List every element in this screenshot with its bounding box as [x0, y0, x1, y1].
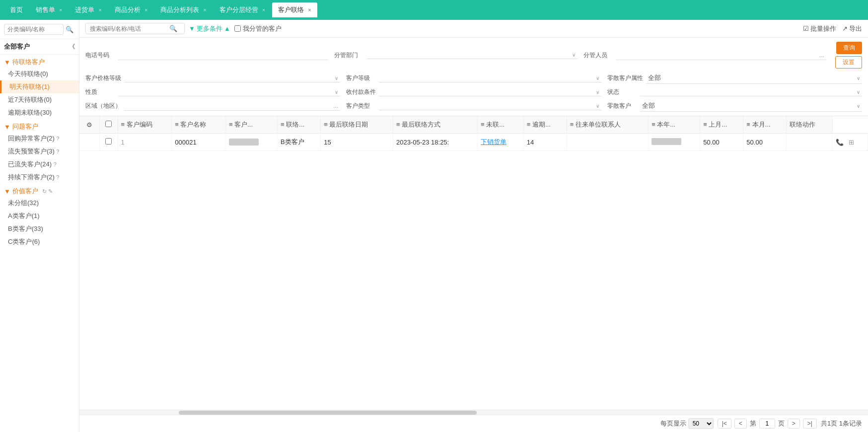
col-last-contact-method[interactable]: ≡ 最后联络方式 [393, 116, 477, 134]
chevron-down-icon: ∨ [857, 103, 860, 109]
chevron-down-icon: ∨ [335, 89, 338, 95]
set-button[interactable]: 设置 [835, 56, 862, 69]
sidebar-group-pending[interactable]: ▼ 待联络客户 [0, 55, 79, 68]
payment-select[interactable]: ∨ [379, 88, 601, 96]
sidebar-item-overdue-pending[interactable]: 逾期未联络(30) [0, 106, 79, 119]
retail-attr-select[interactable]: 全部 ∨ [646, 72, 862, 84]
my-customers-checkbox: 我分管的客户 [234, 24, 282, 33]
nav-item-purchase[interactable]: 进货单 × [69, 2, 107, 17]
sidebar-item-today-pending[interactable]: 今天待联络(0) [0, 68, 79, 80]
row-last-contact-method: 下销货单 [478, 134, 524, 151]
page-number-input[interactable] [759, 419, 775, 429]
close-icon[interactable]: × [262, 7, 265, 13]
scrollbar-thumb[interactable] [179, 411, 477, 415]
col-last-contact-date[interactable]: ≡ 最后联络日期 [321, 116, 393, 134]
search-icon[interactable]: 🔍 [169, 25, 177, 32]
nature-select[interactable]: ∨ [118, 88, 340, 96]
price-level-select[interactable]: ∨ [124, 74, 340, 82]
search-input[interactable] [90, 25, 169, 32]
nav-item-product-analysis-list[interactable]: 商品分析列表 × [154, 2, 212, 17]
close-icon[interactable]: × [203, 7, 206, 13]
sidebar-item-7days-pending[interactable]: 近7天待联络(0) [0, 93, 79, 106]
row-unit-contact [649, 134, 700, 151]
sidebar-item-churned[interactable]: 已流失客户(24) ? [0, 158, 79, 171]
col-code[interactable]: ≡ 客户编码 [118, 116, 172, 134]
filter-customer-type-field: 客户类型 ∨ [346, 102, 601, 110]
nav-item-customer-contact[interactable]: 客户联络 × [272, 2, 317, 17]
col-last-month[interactable]: ≡ 上月... [700, 116, 743, 134]
sidebar-item-a-class[interactable]: A类客户(1) [0, 210, 79, 222]
customer-type-select[interactable]: ∨ [379, 102, 601, 110]
sidebar-item-declining[interactable]: 持续下滑客户(2) ? [0, 171, 79, 184]
region-input[interactable]: ... [124, 101, 340, 111]
col-name[interactable]: ≡ 客户名称 [172, 116, 226, 134]
nav-item-product-analysis[interactable]: 商品分析 × [109, 2, 153, 17]
arrow-icon: ▼ [4, 123, 10, 131]
status-select[interactable]: ∨ [640, 88, 862, 96]
nav-item-customer-tier[interactable]: 客户分层经营 × [214, 2, 271, 17]
search-icon[interactable]: 🔍 [66, 26, 73, 33]
filter-dept-field: 分管部门 ∨ [334, 51, 577, 60]
phone-icon[interactable]: 📞 [836, 139, 844, 146]
col-unit-contact[interactable]: ≡ 往来单位联系人 [567, 116, 648, 134]
phone-input[interactable] [118, 51, 328, 60]
row-this-year: 50.00 [700, 134, 743, 151]
dept-select[interactable]: ∨ [367, 51, 577, 59]
sidebar-item-tomorrow-pending[interactable]: 明天待联络(1) [0, 80, 79, 93]
sidebar-item-b-class[interactable]: B类客户(33) [0, 222, 79, 235]
batch-operation-button[interactable]: ☑ 批量操作 [803, 24, 836, 33]
nav-item-home[interactable]: 首页 [4, 2, 29, 17]
next-page-button[interactable]: > [788, 419, 800, 429]
row-index: 1 [118, 134, 172, 151]
close-icon[interactable]: × [98, 7, 101, 13]
more-conditions-button[interactable]: ▼ 更多条件 ▲ [189, 24, 230, 33]
grid-icon[interactable]: ⊞ [849, 139, 854, 146]
close-icon[interactable]: × [145, 7, 147, 13]
horizontal-scrollbar[interactable] [79, 410, 868, 415]
row-select-checkbox[interactable] [105, 138, 112, 144]
col-customer-type[interactable]: ≡ 客户... [225, 116, 277, 134]
sidebar-group-problem[interactable]: ▼ 问题客户 [0, 119, 79, 132]
content-area: 🔍 ▼ 更多条件 ▲ 我分管的客户 ☑ 批量操作 ↗ 导出 [79, 20, 868, 432]
row-last-month: 50.00 [743, 134, 787, 151]
first-page-button[interactable]: |< [718, 419, 731, 429]
pagination-nav: |< < 第 页 > >| [718, 419, 817, 429]
col-contact[interactable]: ≡ 联络... [278, 116, 321, 134]
filter-customer-level-field: 客户等级 ∨ [346, 74, 601, 82]
col-gear[interactable]: ⚙ [79, 116, 99, 134]
filter-status-field: 状态 ∨ [607, 88, 862, 96]
sidebar-group-value[interactable]: ▼ 价值客户 ↻ ✎ [0, 184, 79, 197]
sidebar-search-input[interactable] [4, 24, 64, 35]
filter-row-2: 客户价格等级 ∨ 客户等级 ∨ 零散客户属性 全部 [85, 72, 862, 84]
close-icon[interactable]: × [308, 7, 311, 13]
filter-nature-field: 性质 ∨ [85, 88, 340, 96]
chevron-down-icon: ∨ [857, 75, 860, 81]
nav-item-sales[interactable]: 销售单 × [30, 2, 68, 17]
last-page-button[interactable]: >| [803, 419, 817, 429]
filter-payment-field: 收付款条件 ∨ [346, 88, 601, 96]
sidebar-item-churn-warning[interactable]: 流失预警客户(3) ? [0, 145, 79, 158]
col-this-year[interactable]: ≡ 本年... [649, 116, 700, 134]
advanced-filter: 电话号码 分管部门 ∨ 分管人员 ... 查询 [79, 38, 868, 116]
export-button[interactable]: ↗ 导出 [842, 24, 862, 33]
close-icon[interactable]: × [59, 7, 62, 13]
row-checkbox [99, 134, 118, 151]
sidebar-item-ungrouped[interactable]: 未分组(32) [0, 197, 79, 210]
per-page-select[interactable]: 50 100 200 [688, 418, 714, 429]
retail-customer-select[interactable]: 全部 ∨ [640, 100, 862, 112]
query-button[interactable]: 查询 [836, 42, 862, 54]
chevron-down-icon: ∨ [596, 89, 599, 95]
manager-input[interactable]: ... [616, 51, 826, 60]
col-overdue[interactable]: ≡ 逾期... [523, 116, 567, 134]
customer-level-select[interactable]: ∨ [379, 74, 601, 82]
sidebar-item-repurchase-anomaly[interactable]: 回购异常客户(2) ? [0, 132, 79, 145]
row-code: 000021 [172, 134, 226, 151]
sidebar-all-customers[interactable]: 全部客户 《 [0, 39, 79, 55]
col-not-contacted[interactable]: ≡ 未联... [478, 116, 524, 134]
my-customers-check[interactable] [234, 25, 241, 32]
sidebar-item-c-class[interactable]: C类客户(6) [0, 235, 79, 248]
select-all-checkbox[interactable] [105, 121, 112, 127]
col-this-month[interactable]: ≡ 本月... [743, 116, 787, 134]
all-customers-label: 全部客户 [4, 42, 30, 51]
prev-page-button[interactable]: < [734, 419, 747, 429]
